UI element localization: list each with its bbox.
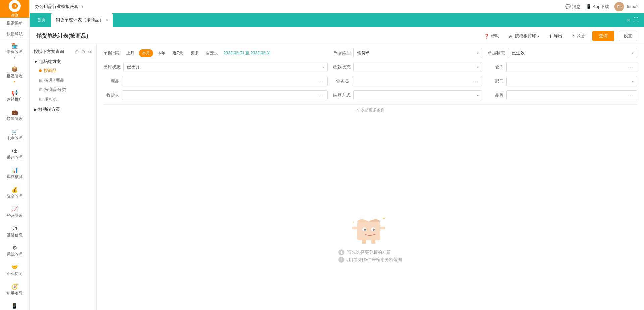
svg-rect-5: [352, 227, 357, 229]
filter-field-out-status: 出库状态 已出库 ▾: [103, 62, 328, 72]
sidebar-item-marketing[interactable]: 📢 营销推广: [0, 86, 29, 106]
doc-status-value: 已生效: [512, 50, 525, 56]
scheme-collapse-icon[interactable]: ≪: [87, 49, 92, 54]
sidebar-item-operations[interactable]: 📈 经营管理: [0, 203, 29, 222]
salesperson-input[interactable]: ···: [352, 76, 483, 86]
doc-type-input[interactable]: 销货单 ▾: [353, 48, 483, 58]
date-chips-group: 上月 本月 本年 近7天 更多 自定义: [123, 49, 221, 57]
query-btn[interactable]: 查询: [592, 31, 614, 41]
goods-more-icon: ···: [318, 79, 324, 84]
doc-status-input[interactable]: 已生效 ▾: [508, 48, 637, 58]
sidebar-item-inventory[interactable]: 📊 库存核算: [0, 164, 29, 183]
tab-home[interactable]: 首页: [32, 13, 50, 27]
purchase-icon: 🛍: [12, 148, 17, 154]
filter-field-payment: 结算方式 ▾: [333, 90, 483, 100]
refresh-btn[interactable]: ↻ 刷新: [569, 32, 588, 40]
sidebar-item-appcenter[interactable]: 📱 应用中心: [0, 300, 29, 310]
filter-field-department: 部门 ▾: [488, 76, 637, 86]
message-icon: 💬: [565, 4, 571, 9]
out-status-input[interactable]: 已出库 ▾: [123, 62, 328, 72]
tab-sales-stats[interactable]: 销货单统计表（按商品） ×: [51, 13, 113, 27]
industry-label: 办公用品行业模拟账套: [35, 4, 78, 10]
avatar: Ea: [614, 2, 624, 11]
payment-method-label: 结算方式: [333, 92, 353, 98]
svg-rect-7: [362, 240, 366, 244]
chip-7-days[interactable]: 近7天: [170, 49, 186, 57]
salesperson-more-icon: ···: [473, 79, 479, 84]
scheme-header-label: 按以下方案查询: [34, 49, 64, 55]
empty-illustration: ✦ ✦: [347, 208, 394, 245]
svg-rect-6: [380, 227, 385, 229]
scheme-add-icon[interactable]: ⊕: [75, 49, 79, 54]
scheme-header: 按以下方案查询 ⊕ ⊙ ≪: [30, 47, 96, 57]
tab-minimize-btn[interactable]: ✕: [626, 17, 631, 23]
sidebar-item-retail[interactable]: 🏪 零售管理 ▼: [0, 39, 29, 63]
payment-method-input[interactable]: ▾: [353, 90, 483, 100]
goods-input[interactable]: ···: [122, 76, 328, 86]
sidebar-item-enterprise[interactable]: 🤝 企业协同: [0, 261, 29, 280]
empty-steps-list: 1 请先选择要分析的方案 2 用[过滤]条件来缩小分析范围: [338, 249, 402, 263]
svg-point-3: [364, 229, 366, 231]
finance-icon: 💰: [11, 187, 18, 193]
chip-last-month[interactable]: 上月: [123, 49, 138, 57]
sidebar-quick-nav[interactable]: 快捷导航: [0, 29, 29, 39]
sidebar-item-newuser[interactable]: 🧭 新手引导: [0, 280, 29, 300]
scheme-panel: 按以下方案查询 ⊕ ⊙ ≪ ▼ 电脑端方案 按商品: [30, 44, 97, 310]
export-icon: ⬆: [549, 34, 552, 39]
enterprise-icon: 🤝: [11, 264, 18, 270]
receipt-status-input[interactable]: ▾: [353, 62, 483, 72]
warehouse-input[interactable]: ···: [506, 62, 637, 72]
print-dropdown-icon: ▾: [538, 34, 539, 38]
svg-text:✦: ✦: [382, 216, 386, 221]
out-status-label: 出库状态: [103, 64, 123, 70]
svg-rect-8: [371, 240, 375, 244]
scheme-edit-icon[interactable]: ⊙: [81, 49, 85, 54]
out-status-dropdown-icon: ▾: [322, 65, 324, 69]
department-input[interactable]: ▾: [506, 76, 637, 86]
chip-more[interactable]: 更多: [187, 49, 202, 57]
scheme-group-pc-title[interactable]: ▼ 电脑端方案: [30, 57, 96, 66]
empty-step-1: 1 请先选择要分析的方案: [338, 249, 402, 255]
system-icon: ⚙: [12, 245, 17, 251]
chip-custom[interactable]: 自定义: [203, 49, 221, 57]
chip-this-year[interactable]: 本年: [154, 49, 168, 57]
sidebar-item-finance[interactable]: 💰 资金管理: [0, 183, 29, 203]
date-field-label: 单据日期: [103, 50, 123, 56]
chip-this-month[interactable]: 本月: [139, 49, 153, 57]
sidebar-item-basic[interactable]: 🗂 基础信息: [0, 222, 29, 241]
user-avatar-area[interactable]: Ea demo2: [614, 2, 639, 11]
scheme-header-icons: ⊕ ⊙ ≪: [75, 49, 92, 54]
brand-more-icon: ···: [628, 93, 634, 98]
sidebar-item-wholesale[interactable]: 📦 批发管理 ▲: [0, 63, 29, 86]
scheme-item-by-category[interactable]: ⊞ 按商品分类: [30, 85, 96, 94]
sidebar-item-ecommerce[interactable]: 🛒 电商管理: [0, 125, 29, 145]
help-btn[interactable]: ❓ 帮助: [481, 32, 502, 40]
collapse-more-conditions-btn[interactable]: ∧ 收起更多条件: [103, 104, 637, 116]
message-btn[interactable]: 💬 消息: [565, 4, 581, 10]
sidebar-item-sales[interactable]: 💼 销售管理: [0, 106, 29, 125]
scheme-item-by-driver[interactable]: ⊞ 按司机: [30, 94, 96, 104]
tab-fullscreen-btn[interactable]: ⛶: [633, 17, 639, 23]
tab-close-icon[interactable]: ×: [106, 18, 108, 22]
app-download-btn[interactable]: 📱 App下载: [586, 4, 609, 10]
filter-and-results: 单据日期 上月 本月 本年 近7天 更多 自定义 20: [97, 44, 644, 310]
scheme-item-by-goods[interactable]: 按商品: [30, 66, 96, 75]
dropdown-chevron[interactable]: ▾: [81, 4, 84, 9]
sidebar-item-system[interactable]: ⚙ 系统管理: [0, 241, 29, 261]
scheme-group-pc: ▼ 电脑端方案 按商品 ⊞ 按月+商品 ⊞ 按商品分类: [30, 57, 96, 104]
sidebar-item-purchase[interactable]: 🛍 采购管理: [0, 145, 29, 164]
salesperson-label: 业务员: [333, 78, 352, 84]
sidebar-search-menu[interactable]: 搜索菜单: [0, 18, 29, 29]
receipt-status-dropdown-icon: ▾: [477, 65, 479, 69]
scheme-item-by-month-goods[interactable]: ⊞ 按月+商品: [30, 75, 96, 85]
brand-input[interactable]: ···: [506, 90, 637, 100]
scheme-group-mobile-title[interactable]: ▶ 移动端方案: [30, 105, 96, 114]
newuser-icon: 🧭: [11, 283, 18, 290]
filter-field-receipt-status: 收款状态 ▾: [333, 62, 483, 72]
grid-icon-3: ⊞: [39, 97, 42, 101]
print-btn[interactable]: 🖨 按模板打印 ▾: [506, 32, 542, 40]
settings-btn[interactable]: 设置: [619, 31, 637, 41]
receiver-input[interactable]: ···: [122, 90, 328, 100]
export-btn[interactable]: ⬆ 导出: [546, 32, 565, 40]
doc-type-label: 单据类型: [333, 50, 353, 56]
